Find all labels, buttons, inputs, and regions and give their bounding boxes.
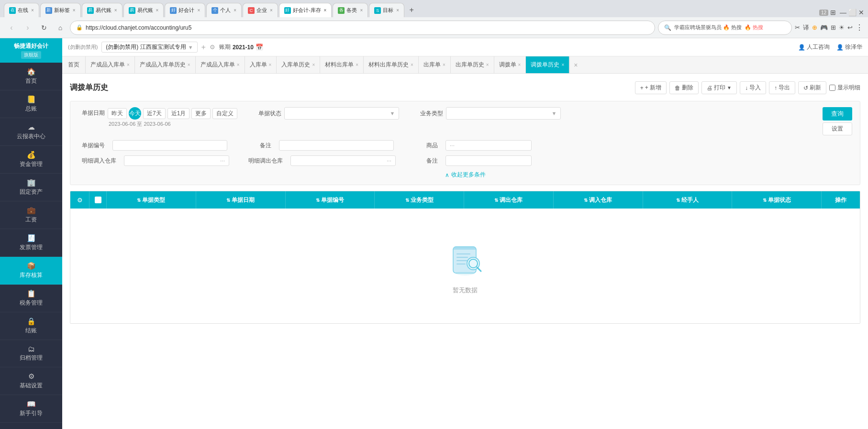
browser-tab[interactable]: 个 个人 × <box>206 3 242 17</box>
tab-close-icon[interactable]: × <box>356 62 358 67</box>
col-checkbox[interactable] <box>89 191 107 209</box>
browser-tab[interactable]: C 企业 × <box>243 3 278 17</box>
period-selector[interactable]: 账期 2021-10 📅 <box>219 43 263 51</box>
today-btn[interactable]: 今天 <box>129 107 141 120</box>
set-btn[interactable]: 设置 <box>823 122 852 135</box>
home-nav-btn[interactable]: ⌂ <box>54 21 67 34</box>
browser-tab[interactable]: 易 易代账 × <box>123 3 164 17</box>
col-gear[interactable]: ⚙ <box>70 191 89 209</box>
calendar-icon[interactable]: 📅 <box>256 44 263 51</box>
sidebar-item-tax[interactable]: 📋 税务管理 <box>0 285 62 312</box>
sidebar-item-inventory[interactable]: 📦 库存核算 <box>0 257 62 285</box>
page-tab-product-in[interactable]: 产成品入库单 × <box>86 56 135 74</box>
sidebar-item-settings[interactable]: ⚙ 基础设置 <box>0 367 62 395</box>
browser-tab[interactable]: 好 好会计 × <box>165 3 205 17</box>
extension-icon2[interactable]: 🎮 <box>820 24 828 31</box>
print-btn[interactable]: 🖨 打印 ▼ <box>701 81 737 94</box>
page-tab-product-in-hist[interactable]: 产成品入库单历史 × <box>135 56 196 74</box>
biz-type-select[interactable]: ▼ <box>446 107 561 120</box>
week7-btn[interactable]: 近7天 <box>143 108 166 119</box>
col-doc-date[interactable]: ⇅ 单据日期 <box>196 191 286 209</box>
forward-btn[interactable]: › <box>21 21 34 34</box>
back-btn[interactable]: ‹ <box>5 21 18 34</box>
yesterday-btn[interactable]: 昨天 <box>108 108 127 119</box>
close-btn[interactable]: ✕ <box>858 9 864 16</box>
browser-tab[interactable]: 易 易代账 × <box>82 3 122 17</box>
header-checkbox[interactable] <box>95 197 101 203</box>
scissors-icon[interactable]: ✂ <box>795 24 800 31</box>
add-company-btn[interactable]: + <box>201 43 206 52</box>
col-handler[interactable]: ⇅ 经手人 <box>643 191 733 209</box>
doc-no-input[interactable] <box>112 140 227 151</box>
browser-tab[interactable]: 新 新标签 × <box>40 3 81 17</box>
browser-tab[interactable]: S 目标 × <box>369 3 404 17</box>
tab-close-icon[interactable]: × <box>518 62 521 67</box>
export-btn[interactable]: ↑ 导出 <box>769 81 795 94</box>
col-doc-no[interactable]: ⇅ 单据编号 <box>286 191 375 209</box>
display-detail-checkbox[interactable] <box>829 85 835 91</box>
page-tab-product-in2[interactable]: 产成品入库单 × <box>196 56 245 74</box>
more-icon[interactable]: ⋮ <box>856 23 863 32</box>
refresh-btn[interactable]: ↺ 刷新 <box>798 81 826 94</box>
page-tab-inbound-hist[interactable]: 入库单历史 × <box>277 56 320 74</box>
tab-close-icon[interactable]: × <box>312 62 315 67</box>
minimize-btn[interactable]: — <box>840 9 846 16</box>
browser-search-bar[interactable]: 🔍 学霸应聘场景驱鸟员 🔥 热搜 🔥 热搜 <box>658 21 792 35</box>
col-doc-status[interactable]: ⇅ 单据状态 <box>732 191 822 209</box>
page-tab-home[interactable]: 首页 <box>62 56 86 74</box>
col-biz-type[interactable]: ⇅ 业务类型 <box>375 191 464 209</box>
tab-close-icon[interactable]: × <box>237 62 240 67</box>
page-tab-outbound[interactable]: 出库单 × <box>419 56 451 74</box>
display-detail-toggle[interactable]: 显示明细 <box>829 84 860 92</box>
detail-out-selector[interactable]: ··· <box>290 155 396 166</box>
sidebar-item-member[interactable]: ✓ 畅会员 <box>0 423 62 429</box>
tab-close-icon[interactable]: × <box>188 62 190 67</box>
goods-selector[interactable]: ··· <box>445 140 532 151</box>
extension-icon1[interactable]: ⊕ <box>812 24 817 31</box>
maximize-btn[interactable]: ⬜ <box>848 9 857 16</box>
page-tab-inbound[interactable]: 入库单 × <box>245 56 277 74</box>
tab-close-icon[interactable]: × <box>486 62 489 67</box>
sidebar-item-guide[interactable]: 📖 新手引导 <box>0 395 62 423</box>
col-doc-type[interactable]: ⇅ 单据类型 <box>107 191 196 209</box>
page-tab-transfer-hist-active[interactable]: 调拨单历史 × <box>526 56 569 74</box>
new-btn[interactable]: + + 新增 <box>635 81 667 94</box>
detail-in-selector[interactable]: ··· <box>124 155 229 166</box>
page-tab-material-out-hist[interactable]: 材料出库单历史 × <box>364 56 419 74</box>
tab-close-icon[interactable]: × <box>561 62 564 67</box>
reload-btn[interactable]: ↻ <box>37 21 51 34</box>
delete-btn[interactable]: 🗑 删除 <box>669 81 699 94</box>
address-bar[interactable]: 🔒 https://cloud.chanjet.com/accounting/u… <box>70 21 655 35</box>
page-tab-outbound-hist[interactable]: 出库单历史 × <box>451 56 494 74</box>
more-date-btn[interactable]: 更多 <box>191 108 211 119</box>
tab-close-icon[interactable]: × <box>269 62 272 67</box>
support-btn[interactable]: 👤 人工咨询 <box>798 43 830 51</box>
query-btn[interactable]: 查询 <box>823 107 852 121</box>
browser-tab[interactable]: 在 在线 × <box>4 3 39 17</box>
undo-icon[interactable]: ↩ <box>847 24 853 31</box>
import-btn[interactable]: ↓ 导入 <box>740 81 766 94</box>
sidebar-item-cloud-report[interactable]: ☁ 云报表中心 <box>0 118 62 146</box>
sidebar-item-archive[interactable]: 🗂 归档管理 <box>0 340 62 367</box>
translate-icon[interactable]: 译 <box>803 23 809 32</box>
sidebar-item-invoice[interactable]: 🧾 发票管理 <box>0 229 62 257</box>
sun-icon[interactable]: ☀ <box>839 24 845 31</box>
remark2-input[interactable] <box>445 155 532 166</box>
tab-close-icon[interactable]: × <box>127 62 130 67</box>
user-btn[interactable]: 👤 徐泽华 <box>836 43 862 51</box>
page-tab-material-out[interactable]: 材料出库单 × <box>320 56 364 74</box>
status-select[interactable]: ▼ <box>284 107 399 120</box>
sidebar-item-home[interactable]: 🏠 首页 <box>0 63 62 90</box>
close-all-btn[interactable]: × <box>569 56 581 74</box>
tab-close-icon[interactable]: × <box>411 62 413 67</box>
grid-icon[interactable]: ⊞ <box>831 24 836 31</box>
col-out-warehouse[interactable]: ⇅ 调出仓库 <box>464 191 554 209</box>
custom-date-btn[interactable]: 自定义 <box>212 108 237 119</box>
collapse-row[interactable]: ∧ 收起更多条件 <box>78 170 852 179</box>
tab-manage-icon[interactable]: ⊞ <box>830 9 836 16</box>
sidebar-item-fixed-assets[interactable]: 🏢 固定资产 <box>0 174 62 201</box>
remark-input[interactable] <box>279 140 394 151</box>
browser-tab[interactable]: 各 各类 × <box>333 3 368 17</box>
tab-close-icon[interactable]: × <box>443 62 445 67</box>
sidebar-item-ledger[interactable]: 📒 总账 <box>0 90 62 118</box>
